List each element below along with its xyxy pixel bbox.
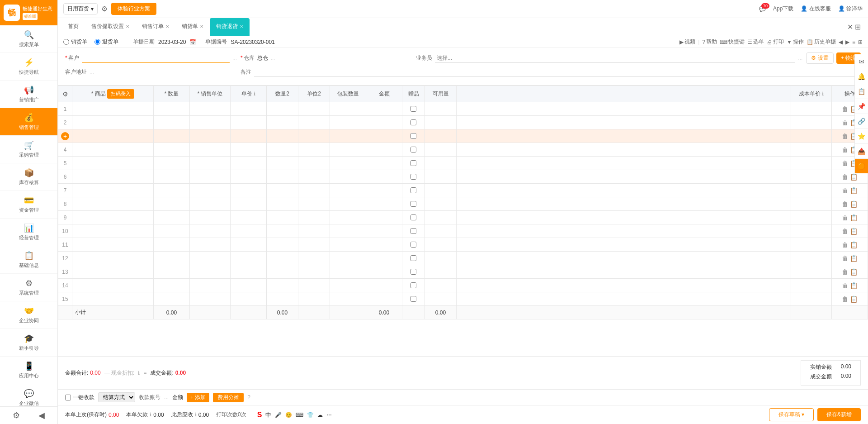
qty2-cell-14[interactable] (267, 279, 298, 292)
amount-cell-3[interactable] (366, 129, 402, 143)
gift-cell-10[interactable] (402, 224, 425, 238)
qty-cell-15[interactable] (154, 292, 190, 306)
sidebar-item-quicknav[interactable]: ⚡快捷导航 (0, 53, 57, 81)
salesman-dots[interactable]: ... (798, 55, 802, 62)
cost-cell-9[interactable] (791, 211, 832, 224)
gift-cell-7[interactable] (402, 184, 425, 197)
qty-cell-7[interactable] (154, 184, 190, 197)
amount-cell-6[interactable] (366, 170, 402, 184)
sidebar-item-marketing[interactable]: 📢营销推广 (0, 81, 57, 108)
account-link[interactable]: 收款账号 (139, 394, 160, 401)
tab-sales-return[interactable]: 销货退货✕ (210, 18, 250, 36)
product-input-3[interactable] (75, 133, 151, 139)
save-new-button[interactable]: 保存&新增 (817, 408, 861, 421)
tab-close-price-settings[interactable]: ✕ (126, 24, 129, 29)
price-cell-14[interactable] (231, 279, 267, 292)
add-payment-btn[interactable]: + 添加 (187, 393, 209, 402)
tab-close-sales-delivery[interactable]: ✕ (200, 24, 203, 29)
delete-icon-2[interactable]: 🗑 (842, 119, 848, 126)
price-cell-5[interactable] (231, 157, 267, 170)
list-view-btn[interactable]: ≡ (852, 39, 855, 45)
cost-cell-11[interactable] (791, 238, 832, 252)
sidebar-item-enterprise[interactable]: 🤝企业协同 (0, 301, 57, 329)
tab-expand[interactable]: ⊞ (855, 23, 861, 31)
avail-cell-11[interactable] (425, 238, 457, 252)
copy-icon-6[interactable]: 📋 (850, 173, 858, 181)
gift-cell-9[interactable] (402, 211, 425, 224)
product-cell-13[interactable] (72, 265, 154, 279)
pack-cell-8[interactable] (330, 197, 366, 211)
gift-check-10[interactable] (410, 228, 416, 234)
product-input-10[interactable] (75, 228, 151, 234)
unit-cell-1[interactable] (190, 102, 231, 116)
gift-check-14[interactable] (410, 282, 416, 288)
avail-cell-8[interactable] (425, 197, 457, 211)
unit2-cell-15[interactable] (298, 292, 330, 306)
qty2-cell-15[interactable] (267, 292, 298, 306)
unit-cell-6[interactable] (190, 170, 231, 184)
sidebar-item-basic[interactable]: 📋基础信息 (0, 246, 57, 274)
tab-sales-order[interactable]: 销售订单✕ (136, 18, 175, 36)
copy-icon-11[interactable]: 📋 (850, 241, 858, 248)
avail-cell-9[interactable] (425, 211, 457, 224)
qty-cell-14[interactable] (154, 279, 190, 292)
product-input-7[interactable] (75, 187, 151, 194)
avail-cell-5[interactable] (425, 157, 457, 170)
product-cell-7[interactable] (72, 184, 154, 197)
gift-check-15[interactable] (410, 296, 416, 302)
amount-cell-7[interactable] (366, 184, 402, 197)
unit2-cell-3[interactable] (298, 129, 330, 143)
price-cell-13[interactable] (231, 265, 267, 279)
grid-view-btn[interactable]: ⊞ (858, 39, 863, 45)
qty-cell-5[interactable] (154, 157, 190, 170)
product-cell-11[interactable] (72, 238, 154, 252)
amount-cell-13[interactable] (366, 265, 402, 279)
account-dots[interactable]: ... (164, 394, 169, 400)
save-draft-button[interactable]: 保存草稿 ▾ (769, 408, 814, 421)
price-cell-1[interactable] (231, 102, 267, 116)
collapse-icon[interactable]: ◀ (38, 410, 45, 420)
amount-cell-1[interactable] (366, 102, 402, 116)
product-cell-1[interactable] (72, 102, 154, 116)
price-cell-3[interactable] (231, 129, 267, 143)
qty-cell-6[interactable] (154, 170, 190, 184)
notification-icon[interactable]: 💬 70 (759, 6, 766, 12)
right-panel-btn-6[interactable]: ⭐ (855, 129, 868, 144)
right-panel-btn-4[interactable]: 📌 (855, 99, 868, 114)
product-input-6[interactable] (75, 173, 151, 180)
qty-cell-11[interactable] (154, 238, 190, 252)
qty2-cell-3[interactable] (267, 129, 298, 143)
amount-cell-10[interactable] (366, 224, 402, 238)
gift-cell-14[interactable] (402, 279, 425, 292)
gift-check-2[interactable] (410, 119, 416, 125)
date-value[interactable]: 2023-03-20 (158, 39, 186, 45)
pack-cell-10[interactable] (330, 224, 366, 238)
pack-cell-7[interactable] (330, 184, 366, 197)
product-input-4[interactable] (75, 146, 151, 153)
unit2-cell-12[interactable] (298, 252, 330, 265)
delete-icon-13[interactable]: 🗑 (842, 268, 848, 276)
qty-cell-4[interactable] (154, 143, 190, 157)
unit2-cell-11[interactable] (298, 238, 330, 252)
cost-cell-7[interactable] (791, 184, 832, 197)
pack-cell-4[interactable] (330, 143, 366, 157)
right-panel-btn-1[interactable]: ✉ (855, 54, 868, 69)
product-cell-10[interactable] (72, 224, 154, 238)
qty-cell-12[interactable] (154, 252, 190, 265)
product-cell-8[interactable] (72, 197, 154, 211)
product-cell-5[interactable] (72, 157, 154, 170)
right-panel-btn-5[interactable]: 🔗 (855, 114, 868, 129)
amount-cell-15[interactable] (366, 292, 402, 306)
delete-icon-8[interactable]: 🗑 (842, 200, 848, 208)
payment-help-icon[interactable]: ? (247, 394, 250, 400)
copy-icon-9[interactable]: 📋 (850, 214, 858, 221)
amount-cell-4[interactable] (366, 143, 402, 157)
gift-cell-1[interactable] (402, 102, 425, 116)
keyboard-icon[interactable]: ⌨ (296, 412, 303, 418)
pack-cell-9[interactable] (330, 211, 366, 224)
history-link[interactable]: 📋 历史单据 (807, 38, 836, 46)
select-link[interactable]: ☰ 选单 (747, 38, 764, 46)
gift-cell-12[interactable] (402, 252, 425, 265)
unit2-cell-5[interactable] (298, 157, 330, 170)
qty-cell-3[interactable] (154, 129, 190, 143)
